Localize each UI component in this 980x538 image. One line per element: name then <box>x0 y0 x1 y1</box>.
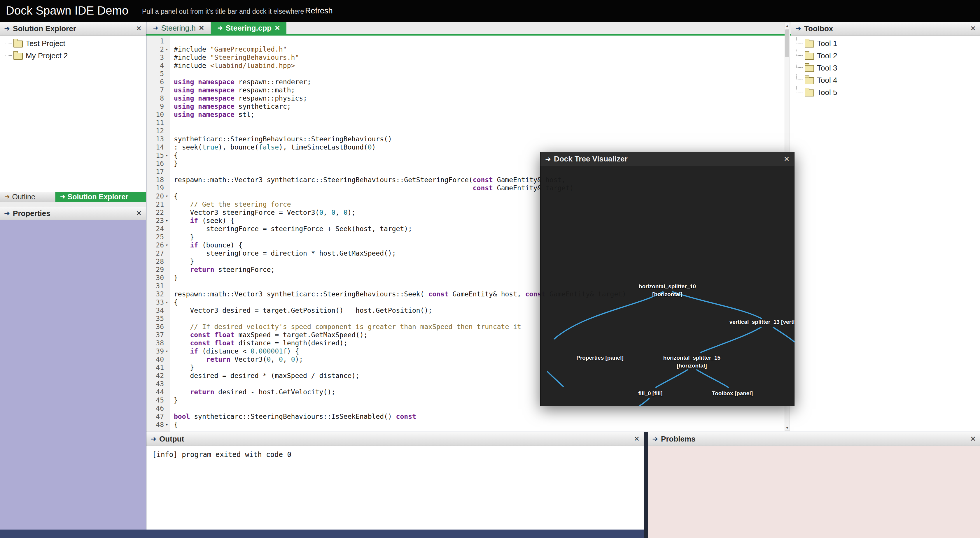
bottom-splitter-handle[interactable] <box>644 432 648 538</box>
tree-item[interactable]: My Project 2 <box>5 49 146 62</box>
gutter-line[interactable]: 10 <box>146 111 170 119</box>
gutter-line[interactable]: 39▾ <box>146 347 170 355</box>
gutter-line[interactable]: 24 <box>146 225 170 233</box>
gutter-line[interactable]: 26▾ <box>146 241 170 249</box>
toolbox-titlebar[interactable]: ➜ Toolbox ✕ <box>791 22 980 36</box>
gutter-line[interactable]: 5 <box>146 70 170 78</box>
properties-panel: ➜ Properties ✕ <box>0 206 146 530</box>
tab-close-icon[interactable]: ✕ <box>274 24 280 32</box>
scroll-down-icon[interactable]: ▼ <box>785 425 789 430</box>
gutter-line[interactable]: 44 <box>146 388 170 396</box>
tree-item-label: Tool 3 <box>817 63 837 73</box>
viz-node: horizontal_splitter_15[horizontal] <box>663 354 721 370</box>
gutter-line[interactable]: 20▾ <box>146 192 170 200</box>
gutter-line[interactable]: 43 <box>146 380 170 388</box>
code-line <box>174 119 791 127</box>
gutter-line[interactable]: 12 <box>146 127 170 135</box>
tab-steering-cpp[interactable]: ➜ Steering.cpp ✕ <box>211 22 286 34</box>
gutter-line[interactable]: 13 <box>146 135 170 143</box>
gutter-line[interactable]: 38 <box>146 339 170 347</box>
gutter-line[interactable]: 37 <box>146 331 170 339</box>
problems-titlebar[interactable]: ➜ Problems ✕ <box>648 432 980 446</box>
output-panel: ➜ Output ✕ [info] program exited with co… <box>146 432 644 530</box>
gutter-line[interactable]: 4 <box>146 62 170 70</box>
gutter-line[interactable]: 36 <box>146 323 170 331</box>
tab-solution-explorer[interactable]: ➜ Solution Explorer <box>56 192 146 202</box>
gutter: 12▾3456789101112131415▾1617181920▾212223… <box>146 36 170 432</box>
tree-item[interactable]: Tool 1 <box>796 37 980 49</box>
gutter-line[interactable]: 15▾ <box>146 151 170 159</box>
code-line: #include <luabind/luabind.hpp> <box>174 62 791 70</box>
gutter-line[interactable]: 3 <box>146 53 170 62</box>
tree-item[interactable]: Test Project <box>5 37 146 49</box>
gutter-line[interactable]: 9 <box>146 102 170 111</box>
gutter-line[interactable]: 14 <box>146 143 170 151</box>
gutter-line[interactable]: 32 <box>146 290 170 298</box>
tree-item-label: Tool 5 <box>817 88 837 97</box>
tab-steering-h[interactable]: ➜ Steering.h ✕ <box>146 22 211 34</box>
close-icon[interactable]: ✕ <box>634 435 640 443</box>
gutter-line[interactable]: 46 <box>146 404 170 413</box>
viz-node: vertical_splitter_13 [vertical] <box>729 318 795 326</box>
tree-item[interactable]: Tool 5 <box>796 86 980 98</box>
gutter-line[interactable]: 29 <box>146 265 170 274</box>
scrollbar-thumb[interactable] <box>785 29 789 57</box>
gutter-line[interactable]: 33▾ <box>146 298 170 306</box>
gutter-line[interactable]: 19 <box>146 184 170 192</box>
gutter-line[interactable]: 2▾ <box>146 45 170 53</box>
gutter-line[interactable]: 40 <box>146 355 170 363</box>
gutter-line[interactable]: 16 <box>146 159 170 168</box>
gutter-line[interactable]: 41 <box>146 363 170 371</box>
code-line <box>174 127 791 135</box>
close-icon[interactable]: ✕ <box>136 24 142 33</box>
panel-title: Toolbox <box>804 24 833 33</box>
gutter-line[interactable]: 18 <box>146 176 170 184</box>
gutter-line[interactable]: 28 <box>146 257 170 265</box>
gutter-line[interactable]: 27 <box>146 249 170 257</box>
dock-tree-visualizer-dialog[interactable]: ➜ Dock Tree Visualizer ✕ horizontal_spli… <box>540 152 794 406</box>
gutter-line[interactable]: 48▾ <box>146 421 170 429</box>
gutter-line[interactable]: 42 <box>146 371 170 380</box>
gutter-line[interactable]: 17 <box>146 168 170 176</box>
gutter-line[interactable]: 7 <box>146 86 170 94</box>
folder-icon <box>805 77 814 84</box>
close-icon[interactable]: ✕ <box>784 155 789 163</box>
code-line: using namespace respawn::math; <box>174 86 791 94</box>
tab-label: Steering.cpp <box>226 24 272 33</box>
tab-close-icon[interactable]: ✕ <box>199 24 204 32</box>
tab-outline[interactable]: ➜ Outline <box>0 192 56 202</box>
tab-label: Steering.h <box>161 24 196 33</box>
gutter-line[interactable]: 25 <box>146 233 170 241</box>
tree-item[interactable]: Tool 3 <box>796 62 980 74</box>
dialog-titlebar[interactable]: ➜ Dock Tree Visualizer ✕ <box>541 152 794 166</box>
scroll-up-icon[interactable]: ▲ <box>785 23 789 28</box>
tree-item[interactable]: Tool 4 <box>796 74 980 86</box>
close-icon[interactable]: ✕ <box>970 24 976 33</box>
gutter-line[interactable]: 35 <box>146 314 170 323</box>
document-tab-bar: ➜ Steering.h ✕ ➜ Steering.cpp ✕ <box>146 22 791 36</box>
gutter-line[interactable]: 1 <box>146 37 170 45</box>
gutter-line[interactable]: 45 <box>146 396 170 404</box>
close-icon[interactable]: ✕ <box>970 435 976 443</box>
gutter-line[interactable]: 23▾ <box>146 217 170 225</box>
tree-item[interactable]: Tool 2 <box>796 49 980 62</box>
code-line: { <box>174 421 791 429</box>
properties-titlebar[interactable]: ➜ Properties ✕ <box>0 206 146 220</box>
gutter-line[interactable]: 21 <box>146 200 170 208</box>
close-icon[interactable]: ✕ <box>136 209 142 217</box>
gutter-line[interactable]: 11 <box>146 119 170 127</box>
output-titlebar[interactable]: ➜ Output ✕ <box>146 432 644 446</box>
gutter-line[interactable]: 8 <box>146 94 170 102</box>
refresh-button[interactable]: Refresh <box>305 6 333 16</box>
app-title: Dock Spawn IDE Demo <box>6 4 128 17</box>
gutter-line[interactable]: 30 <box>146 274 170 282</box>
gutter-line[interactable]: 6 <box>146 78 170 86</box>
gutter-line[interactable]: 34 <box>146 306 170 314</box>
gutter-line[interactable]: 31 <box>146 282 170 290</box>
tree-connector <box>5 37 12 43</box>
solution-explorer-titlebar[interactable]: ➜ Solution Explorer ✕ <box>0 22 146 36</box>
code-line: using namespace respawn::physics; <box>174 94 791 102</box>
gutter-line[interactable]: 47 <box>146 413 170 421</box>
gutter-line[interactable]: 22 <box>146 208 170 217</box>
output-log-line: [info] program exited with code 0 <box>146 446 644 463</box>
